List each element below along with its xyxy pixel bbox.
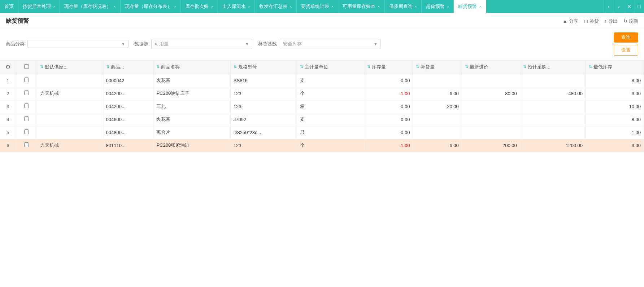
- tab-collect-summary[interactable]: 收发存汇总表 ×: [255, 0, 296, 13]
- row-checkbox-cell: [16, 139, 37, 152]
- tab-scroll-right[interactable]: ›: [614, 0, 624, 13]
- row-checkbox-cell: [16, 87, 37, 100]
- close-icon[interactable]: ×: [479, 4, 481, 9]
- close-icon[interactable]: ×: [378, 4, 380, 9]
- row-checkbox[interactable]: [24, 129, 29, 134]
- close-icon[interactable]: ×: [248, 4, 250, 9]
- sort-icon: ⇅: [589, 65, 592, 69]
- query-button[interactable]: 查询: [614, 32, 638, 43]
- replenish-base-select[interactable]: 安全库存 ▼: [280, 39, 381, 49]
- table-row: 4 004600... 火花塞 J7092 支 0.00 8.00: [0, 113, 644, 126]
- tab-inout-flow[interactable]: 出入库流水 ×: [218, 0, 255, 13]
- tab-inventory-status[interactable]: 现存量（库存状况表） ×: [60, 0, 120, 13]
- close-icon[interactable]: ×: [331, 4, 334, 9]
- settings-icon[interactable]: ⚙: [5, 64, 10, 70]
- replenish-base-filter-group: 补货基数 安全库存 ▼: [258, 39, 381, 49]
- row-min-stock: 8.00: [586, 74, 644, 87]
- col-min-stock: ⇅最低库存: [586, 60, 644, 74]
- header-actions: ▲ 分享 ◻ 补货 ↑ 导出 ↻ 刷新: [563, 18, 638, 25]
- row-min-stock: 8.00: [586, 113, 644, 126]
- row-product-code: 004200...: [103, 100, 153, 113]
- row-replenish-qty: [413, 126, 462, 139]
- filter-row: 商品分类 ▼ 数据源 可用量 ▼ 补货基数 安全库存 ▼ 查询 设置: [0, 28, 644, 60]
- row-spec: DS250*23c...: [230, 126, 297, 139]
- settings-button[interactable]: 设置: [614, 45, 638, 56]
- row-unit: 箱: [297, 100, 364, 113]
- row-product-code: 004800...: [103, 126, 153, 139]
- replenish-button[interactable]: ◻ 补货: [584, 18, 599, 25]
- tab-scroll-left[interactable]: ‹: [604, 0, 614, 13]
- table-container: ⚙ ⇅默认供应... ⇅商品... ⇅商品名称 ⇅规格型号: [0, 60, 644, 152]
- row-spec: SS816: [230, 74, 297, 87]
- row-stock: -1.00: [364, 139, 413, 152]
- tab-batch-account[interactable]: 库存批次账 ×: [181, 0, 218, 13]
- row-product-name: 火花塞: [153, 113, 230, 126]
- row-supplier: 力天机械: [37, 139, 103, 152]
- row-replenish-qty: [413, 113, 462, 126]
- sort-icon: ⇅: [416, 65, 419, 69]
- tab-home[interactable]: 首页: [0, 0, 18, 13]
- tab-inventory-dist[interactable]: 现存量（库存分布表） ×: [121, 0, 181, 13]
- tab-overstock[interactable]: 超储预警 ×: [422, 0, 454, 13]
- close-icon[interactable]: ×: [415, 4, 417, 9]
- row-checkbox-cell: [16, 74, 37, 87]
- row-replenish-qty: [413, 74, 462, 87]
- row-stock: -1.00: [364, 87, 413, 100]
- row-supplier: [37, 74, 103, 87]
- row-latest-price: 200.00: [462, 139, 520, 152]
- category-filter-group: 商品分类 ▼: [6, 40, 129, 48]
- category-select[interactable]: ▼: [27, 40, 129, 48]
- row-spec: 123: [230, 139, 297, 152]
- table-row: 2 力天机械 004200... PC200油缸庄子 123 个 -1.00 6…: [0, 87, 644, 100]
- datasource-select[interactable]: 可用量 ▼: [151, 39, 252, 49]
- row-checkbox[interactable]: [24, 116, 29, 121]
- row-replenish-qty: 20.00: [413, 100, 462, 113]
- page-title: 缺货预警: [6, 17, 29, 25]
- row-number: 6: [0, 139, 16, 152]
- row-stock: 0.00: [364, 113, 413, 126]
- row-product-name: 火花塞: [153, 74, 230, 87]
- table-row: 6 力天机械 801110... PC200张紧油缸 123 个 -1.00 6…: [0, 139, 644, 152]
- row-checkbox[interactable]: [24, 90, 29, 95]
- row-min-stock: 3.00: [586, 87, 644, 100]
- tab-order-stats[interactable]: 要货单统计表 ×: [297, 0, 338, 13]
- sort-icon: ⇅: [156, 65, 160, 69]
- sort-icon: ⇅: [106, 65, 109, 69]
- tab-nav-buttons: ‹ › ✕ □: [604, 0, 644, 13]
- tab-fullscreen[interactable]: □: [634, 0, 644, 13]
- tab-exception[interactable]: 拣货异常处理 ×: [18, 0, 60, 13]
- row-spec: 123: [230, 100, 297, 113]
- tab-expiry-query[interactable]: 保质期查询 ×: [385, 0, 422, 13]
- row-supplier: 力天机械: [37, 87, 103, 100]
- tab-close-current[interactable]: ✕: [624, 0, 634, 13]
- share-button[interactable]: ▲ 分享: [563, 18, 578, 25]
- tab-shortage[interactable]: 缺货预警 ×: [454, 0, 486, 13]
- datasource-filter-group: 数据源 可用量 ▼: [134, 39, 252, 49]
- refresh-button[interactable]: ↻ 刷新: [623, 18, 638, 25]
- row-product-code: 0000042: [103, 74, 153, 87]
- chevron-down-icon: ▼: [245, 42, 249, 46]
- row-product-code: 004600...: [103, 113, 153, 126]
- sort-icon: ⇅: [465, 65, 468, 69]
- replenish-base-select-value: 安全库存: [283, 41, 302, 47]
- share-icon: ▲: [563, 18, 567, 24]
- export-button[interactable]: ↑ 导出: [605, 18, 618, 25]
- close-icon[interactable]: ×: [174, 4, 176, 9]
- row-checkbox[interactable]: [24, 78, 29, 82]
- close-icon[interactable]: ×: [53, 4, 55, 9]
- col-product-code: ⇅商品...: [103, 60, 153, 74]
- row-product-code: 801110...: [103, 139, 153, 152]
- row-latest-price: [462, 126, 520, 139]
- row-checkbox[interactable]: [24, 142, 29, 147]
- col-expected-purchase: ⇅预计采购...: [520, 60, 586, 74]
- close-icon[interactable]: ×: [211, 4, 213, 9]
- tab-available-ledger[interactable]: 可用量库存账本 ×: [338, 0, 384, 13]
- col-product-name: ⇅商品名称: [153, 60, 230, 74]
- row-replenish-qty: 6.00: [413, 139, 462, 152]
- close-icon[interactable]: ×: [113, 4, 116, 9]
- row-spec: 123: [230, 87, 297, 100]
- row-checkbox[interactable]: [24, 103, 29, 108]
- close-icon[interactable]: ×: [290, 4, 292, 9]
- select-all-checkbox[interactable]: [24, 64, 29, 69]
- close-icon[interactable]: ×: [447, 4, 449, 9]
